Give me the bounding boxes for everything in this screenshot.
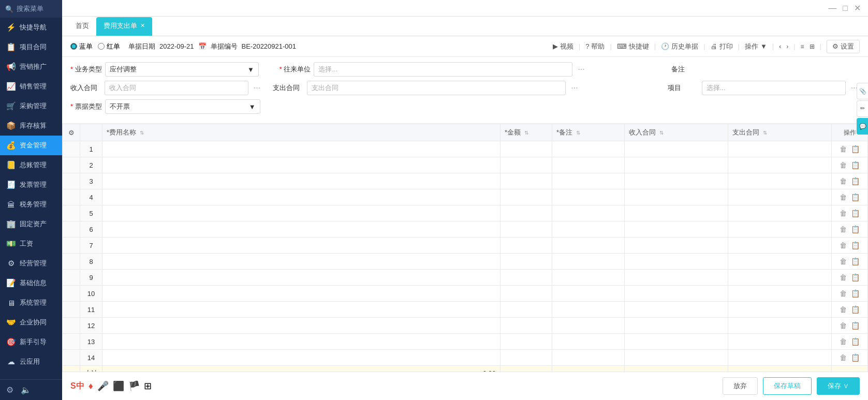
discard-button[interactable]: 放弃 [723, 377, 758, 395]
cell-remark[interactable] [552, 334, 625, 350]
set-button[interactable]: ⚙ 设置 [827, 40, 860, 53]
cell-expense-contract[interactable] [728, 205, 832, 221]
doc-date-value[interactable]: 2022-09-21 [159, 42, 194, 50]
sidebar-item-accounting[interactable]: 📒 总账管理 [0, 155, 62, 175]
sidebar-item-purchase-mgmt[interactable]: 🛒 采购管理 [0, 96, 62, 116]
invoice-type-select[interactable]: 不开票 ▼ [105, 99, 260, 114]
sidebar-item-project-contract[interactable]: 📋 项目合同 [0, 37, 62, 57]
cell-remark[interactable] [552, 189, 625, 205]
cell-remark[interactable] [552, 318, 625, 334]
sidebar-item-new-guide[interactable]: 🎯 新手引导 [0, 332, 62, 352]
cell-amount[interactable] [501, 254, 552, 270]
cell-amount[interactable] [501, 270, 552, 286]
cell-amount[interactable] [501, 205, 552, 221]
expense-contract-input[interactable]: 支出合同 [307, 81, 566, 95]
cell-expense-contract[interactable] [728, 302, 832, 318]
cell-expense-contract[interactable] [728, 334, 832, 350]
tab-close-icon[interactable]: ✕ [140, 22, 145, 29]
copy-row-btn[interactable]: 📋 [850, 272, 861, 283]
toolbar-help[interactable]: ? 帮助 [585, 42, 605, 51]
cell-expense-contract[interactable] [728, 173, 832, 189]
delete-row-btn[interactable]: 🗑 [838, 192, 848, 202]
copy-row-btn[interactable]: 📋 [850, 208, 861, 218]
footer-icon-box[interactable]: ⬛ [113, 380, 124, 392]
cell-expense-name[interactable] [102, 286, 501, 302]
cell-remark[interactable] [552, 254, 625, 270]
cell-amount[interactable] [501, 189, 552, 205]
cell-remark[interactable] [552, 270, 625, 286]
sidebar-item-marketing[interactable]: 📢 营销推广 [0, 57, 62, 77]
copy-row-btn[interactable]: 📋 [850, 160, 861, 170]
footer-icon-diamond[interactable]: ♦ [89, 381, 93, 392]
sidebar-item-inventory[interactable]: 📦 库存核算 [0, 116, 62, 136]
save-button[interactable]: 保存 ∨ [817, 377, 860, 395]
cell-income-contract[interactable] [625, 254, 728, 270]
cell-remark[interactable] [552, 238, 625, 254]
delete-row-btn[interactable]: 🗑 [838, 304, 848, 315]
toolbar-shortcut[interactable]: ⌨ 快捷键 [617, 42, 649, 51]
sidebar-item-sys-mgmt[interactable]: 🖥 系统管理 [0, 293, 62, 313]
footer-icon-grid[interactable]: ⊞ [144, 380, 152, 392]
project-input[interactable]: 选择... [702, 81, 846, 95]
cell-expense-name[interactable] [102, 302, 501, 318]
copy-row-btn[interactable]: 📋 [850, 192, 861, 202]
copy-row-btn[interactable]: 📋 [850, 256, 861, 266]
speaker-icon[interactable]: 🔈 [21, 385, 31, 395]
cell-expense-name[interactable] [102, 254, 501, 270]
sidebar-item-cloud-apps[interactable]: ☁ 云应用 [0, 352, 62, 372]
minimize-button[interactable]: — [825, 3, 840, 14]
delete-row-btn[interactable]: 🗑 [838, 224, 848, 234]
view-grid[interactable]: ⊞ [810, 43, 815, 50]
cell-amount[interactable] [501, 173, 552, 189]
sidebar-item-tax-mgmt[interactable]: 🏛 税务管理 [0, 195, 62, 214]
delete-row-btn[interactable]: 🗑 [838, 320, 848, 331]
copy-row-btn[interactable]: 📋 [850, 176, 861, 186]
view-list[interactable]: ≡ [801, 43, 804, 50]
sidebar-item-sales-mgmt[interactable]: 📈 销售管理 [0, 77, 62, 96]
cell-income-contract[interactable] [625, 238, 728, 254]
delete-row-btn[interactable]: 🗑 [838, 336, 848, 347]
sidebar-search[interactable]: 🔍 搜索菜单 [0, 0, 62, 18]
col-header-expense-name[interactable]: *费用名称 ⇅ [102, 124, 501, 141]
cell-remark[interactable] [552, 173, 625, 189]
cell-amount[interactable] [501, 221, 552, 238]
cell-income-contract[interactable] [625, 318, 728, 334]
cell-amount[interactable] [501, 238, 552, 254]
right-tab-comment[interactable]: 💬 [857, 118, 868, 135]
nav-prev[interactable]: ‹ [779, 43, 781, 50]
cell-income-contract[interactable] [625, 350, 728, 366]
cell-income-contract[interactable] [625, 334, 728, 350]
calendar-icon[interactable]: 📅 [198, 42, 207, 50]
cell-expense-name[interactable] [102, 270, 501, 286]
delete-row-btn[interactable]: 🗑 [838, 272, 848, 283]
radio-red-label[interactable]: 红单 [98, 42, 120, 51]
cell-income-contract[interactable] [625, 270, 728, 286]
col-header-remark[interactable]: *备注 ⇅ [552, 124, 625, 141]
cell-amount[interactable] [501, 141, 552, 157]
col-header-amount[interactable]: *金额 ⇅ [501, 124, 552, 141]
cell-expense-name[interactable] [102, 350, 501, 366]
cell-expense-contract[interactable] [728, 254, 832, 270]
counterparty-input[interactable]: 选择... [314, 62, 572, 77]
radio-red[interactable] [98, 43, 105, 50]
delete-row-btn[interactable]: 🗑 [838, 208, 848, 218]
income-contract-dots[interactable]: ··· [252, 83, 262, 93]
cell-expense-contract[interactable] [728, 286, 832, 302]
cell-amount[interactable] [501, 334, 552, 350]
col-header-income-contract[interactable]: 收入合同 ⇅ [625, 124, 728, 141]
expense-contract-dots[interactable]: ··· [569, 83, 580, 93]
cell-income-contract[interactable] [625, 221, 728, 238]
cell-expense-name[interactable] [102, 334, 501, 350]
cell-expense-contract[interactable] [728, 350, 832, 366]
tab-home[interactable]: 首页 [68, 17, 96, 36]
toolbar-video[interactable]: ▶ 视频 [553, 42, 573, 51]
delete-row-btn[interactable]: 🗑 [838, 144, 848, 154]
footer-icon-s[interactable]: S中 [70, 381, 84, 392]
cell-expense-name[interactable] [102, 141, 501, 157]
delete-row-btn[interactable]: 🗑 [838, 240, 848, 250]
cell-expense-name[interactable] [102, 205, 501, 221]
maximize-button[interactable]: □ [840, 3, 851, 14]
cell-expense-name[interactable] [102, 221, 501, 238]
copy-row-btn[interactable]: 📋 [850, 304, 861, 315]
footer-icon-mic[interactable]: 🎤 [97, 380, 109, 392]
